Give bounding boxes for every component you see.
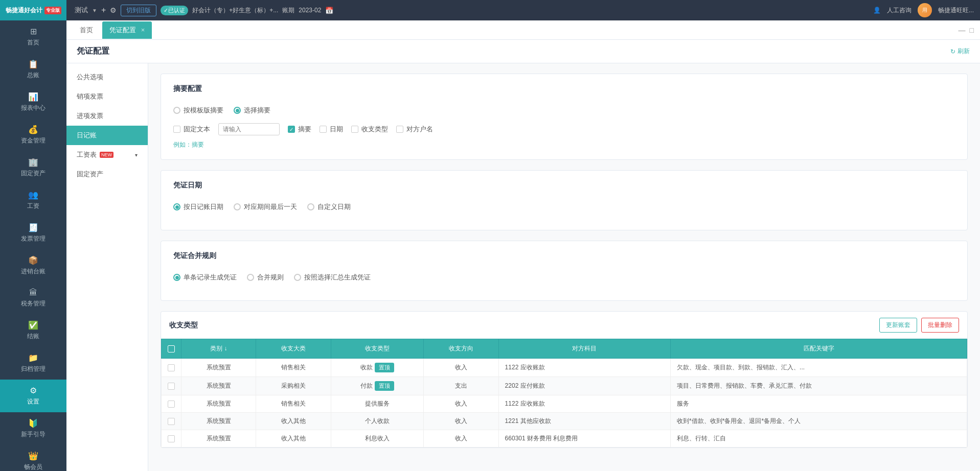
summary-checkbox[interactable]: ✓ 摘要 (288, 125, 311, 134)
summary-title: 摘要配置 (173, 84, 955, 98)
username[interactable]: 畅捷通旺旺... (938, 6, 974, 15)
income-expense-section: 收支类型 更新账套 批量删除 (161, 311, 968, 448)
radio-template[interactable]: 按模板版摘要 (173, 106, 223, 115)
td-checkbox-2[interactable] (162, 377, 181, 395)
payroll-icon: 👥 (28, 190, 38, 200)
counterparty-checkbox-box (396, 126, 403, 133)
table-row: 系统预置 采购相关 付款 置顶 支出 2202 应付账款 项目、日常费用、报销款… (162, 377, 967, 395)
summary-radio-group: 按模板版摘要 选择摘要 (173, 106, 955, 115)
sidebar-item-funds[interactable]: 💰 资金管理 (0, 119, 66, 151)
sidebar-label-archive: 归档管理 (21, 365, 45, 373)
maximize-icon[interactable]: □ (970, 26, 974, 34)
tab-voucher-config[interactable]: 凭证配置 × (102, 21, 152, 39)
minimize-icon[interactable]: — (959, 26, 966, 34)
sidebar-label-member: 畅会员 (24, 463, 42, 471)
radio-template-circle (173, 107, 180, 114)
radio-period-last[interactable]: 对应期间最后一天 (234, 202, 297, 211)
summary-section: 摘要配置 按模板版摘要 选择摘要 (161, 74, 968, 160)
sidebar-item-member[interactable]: 👑 畅会员 (0, 445, 66, 471)
date-checkbox[interactable]: 日期 (320, 125, 343, 134)
th-match-keyword: 匹配关键字 (671, 339, 967, 359)
td-checkbox-3[interactable] (162, 395, 181, 413)
td-major-type-1: 销售相关 (256, 359, 331, 377)
td-category-3: 系统预置 (181, 395, 256, 413)
calendar-icon[interactable]: 📅 (325, 7, 333, 14)
income-type-checkbox-box (351, 126, 358, 133)
sidebar-item-fixed-assets[interactable]: 🏢 固定资产 (0, 151, 66, 184)
gear-icon[interactable]: ⚙ (110, 6, 117, 14)
company-dropdown-icon[interactable]: ▼ (92, 8, 97, 13)
left-menu-purchase-invoice[interactable]: 进项发票 (66, 106, 148, 126)
tab-close-icon[interactable]: × (141, 26, 145, 34)
left-menu-sales-invoice[interactable]: 销项发票 (66, 87, 148, 106)
fixed-text-checkbox[interactable]: 固定文本 (173, 125, 210, 134)
sidebar-item-ledger[interactable]: 📋 总账 (0, 53, 66, 86)
refresh-button[interactable]: ↻ 刷新 (950, 47, 970, 56)
counterparty-checkbox[interactable]: 对方户名 (396, 125, 433, 134)
guide-icon: 🔰 (28, 418, 38, 428)
voucher-date-radio-group: 按日记账日期 对应期间最后一天 自定义日期 (173, 202, 955, 211)
sidebar-item-settings[interactable]: ⚙ 设置 (0, 380, 66, 412)
td-keyword-5: 利息、行转、汇自 (671, 430, 967, 448)
td-counterparty-4: 1221 其他应收款 (498, 413, 671, 430)
radio-custom-date[interactable]: 自定义日期 (307, 202, 351, 211)
th-category: 类别 ↓ (181, 339, 256, 359)
table-actions: 更新账套 批量删除 (879, 318, 959, 333)
td-direction-1: 收入 (424, 359, 498, 377)
td-counterparty-3: 1122 应收账款 (498, 395, 671, 413)
radio-select[interactable]: 选择摘要 (234, 106, 270, 115)
tab-bar: 首页 凭证配置 × — □ (66, 20, 980, 40)
radio-merge-rules-circle (247, 274, 254, 281)
sidebar-item-sales-purchase[interactable]: 📦 进销台账 (0, 249, 66, 282)
company-name: 测试 (75, 6, 88, 15)
income-expense-table: 类别 ↓ 收支大类 收支类型 收支方向 对方科目 匹配关键字 (161, 339, 967, 448)
radio-select-summary[interactable]: 按照选择汇总生成凭证 (294, 273, 371, 282)
radio-custom-date-circle (307, 203, 314, 210)
summary-checkbox-row: 固定文本 ✓ 摘要 日期 (173, 123, 955, 135)
sidebar: ⊞ 首页 📋 总账 📊 报表中心 💰 资金管理 🏢 固定资产 👥 工资 🧾 发票… (0, 20, 66, 471)
tab-home[interactable]: 首页 (73, 21, 100, 39)
radio-journal-date[interactable]: 按日记账日期 (173, 202, 223, 211)
consult-label[interactable]: 人工咨询 (887, 6, 911, 15)
sidebar-item-reports[interactable]: 📊 报表中心 (0, 86, 66, 119)
left-menu-public[interactable]: 公共选项 (66, 67, 148, 87)
radio-period-last-circle (234, 203, 241, 210)
fixed-text-input[interactable] (218, 123, 280, 135)
tags: 好会计（专）+好生意（标）+... (192, 6, 278, 15)
expand-arrow-icon[interactable]: ▾ (135, 152, 138, 158)
sidebar-item-archive[interactable]: 📁 归档管理 (0, 347, 66, 380)
td-counterparty-2: 2202 应付账款 (498, 377, 671, 395)
th-checkbox[interactable] (162, 339, 181, 359)
sidebar-label-home: 首页 (27, 38, 39, 47)
left-menu-journal[interactable]: 日记账 (66, 126, 148, 145)
left-menu-payroll[interactable]: 工资表 NEW ▾ (66, 145, 148, 164)
right-content: 摘要配置 按模板版摘要 选择摘要 (148, 63, 980, 471)
sidebar-item-home[interactable]: ⊞ 首页 (0, 20, 66, 53)
td-checkbox-4[interactable] (162, 413, 181, 430)
sidebar-item-closing[interactable]: ✅ 结账 (0, 314, 66, 347)
add-icon[interactable]: + (101, 6, 106, 15)
income-type-checkbox[interactable]: 收支类型 (351, 125, 388, 134)
sidebar-item-tax[interactable]: 🏛 税务管理 (0, 282, 66, 314)
td-major-type-5: 收入其他 (256, 430, 331, 448)
switch-version-button[interactable]: 切到旧版 (121, 5, 156, 16)
sidebar-item-guide[interactable]: 🔰 新手引导 (0, 412, 66, 445)
td-category-4: 系统预置 (181, 413, 256, 430)
update-account-button[interactable]: 更新账套 (879, 318, 917, 333)
pin-button-1[interactable]: 置顶 (375, 363, 394, 372)
batch-delete-button[interactable]: 批量删除 (921, 318, 959, 333)
sidebar-item-invoice[interactable]: 🧾 发票管理 (0, 217, 66, 249)
th-major-type: 收支大类 (256, 339, 331, 359)
new-badge: NEW (100, 152, 113, 158)
logo-main-text: 畅捷通好会计 (6, 6, 42, 15)
left-menu-fixed-assets[interactable]: 固定资产 (66, 164, 148, 184)
radio-single-record[interactable]: 单条记录生成凭证 (173, 273, 237, 282)
fixed-assets-icon: 🏢 (28, 157, 38, 167)
sidebar-label-tax: 税务管理 (21, 299, 45, 308)
pin-button-2[interactable]: 置顶 (375, 381, 394, 391)
td-checkbox-5[interactable] (162, 430, 181, 448)
sidebar-item-payroll[interactable]: 👥 工资 (0, 184, 66, 217)
td-checkbox-1[interactable] (162, 359, 181, 377)
radio-merge-rules[interactable]: 合并规则 (247, 273, 284, 282)
td-major-type-2: 采购相关 (256, 377, 331, 395)
